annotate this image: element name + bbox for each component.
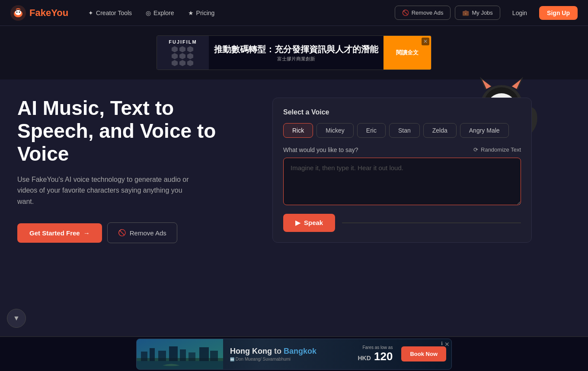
voice-chip-eric[interactable]: Eric — [357, 123, 386, 138]
explore-icon: ◎ — [146, 10, 151, 16]
hero-buttons: Get Started Free → 🚫 Remove Ads — [17, 222, 242, 243]
nav-explore[interactable]: ◎ Explore — [140, 6, 180, 20]
svg-rect-31 — [141, 352, 147, 361]
voice-chip-mickey[interactable]: Mickey — [316, 123, 354, 138]
hero-section: AI Music, Text to Speech, and Voice to V… — [0, 79, 588, 260]
site-logo[interactable]: FakeYou — [10, 5, 68, 21]
svg-point-4 — [19, 11, 20, 13]
voice-widget: Select a Voice RickMickeyEricStanZeldaAn… — [272, 98, 532, 243]
voice-chip-rick[interactable]: Rick — [283, 123, 313, 138]
ad-bottom-right: Fares as low as HKD 120 — [349, 345, 401, 363]
ad-fuji-text: 推動數碼轉型：充分發揮資訊與人才的潛能 富士膠片商業創新 — [209, 36, 383, 70]
speak-textarea[interactable] — [283, 158, 521, 205]
hero-remove-ads-button[interactable]: 🚫 Remove Ads — [107, 222, 177, 243]
svg-rect-33 — [158, 351, 166, 361]
ad-bottom-title: Hong Kong to Bangkok — [230, 347, 342, 356]
ad-bottom-image — [137, 339, 223, 369]
svg-rect-37 — [199, 347, 209, 361]
navbar: FakeYou ✦ Creator Tools ◎ Explore ★ Pric… — [0, 0, 588, 26]
get-started-button[interactable]: Get Started Free → — [17, 223, 102, 243]
svg-rect-34 — [169, 346, 178, 361]
randomize-button[interactable]: ⟳ Randomize Text — [473, 146, 521, 153]
ad-bottom-close-button[interactable]: ✕ — [444, 341, 450, 348]
to-city: Bangkok — [284, 347, 316, 355]
scroll-down-button[interactable]: ▼ — [7, 309, 26, 328]
ad-top-close-button[interactable]: ✕ — [422, 38, 429, 45]
pricing-icon: ★ — [188, 10, 194, 16]
voice-chip-angry-male[interactable]: Angry Male — [460, 123, 509, 138]
what-label-row: What would you like to say? ⟳ Randomize … — [283, 146, 521, 153]
svg-rect-38 — [210, 351, 218, 361]
svg-point-2 — [15, 10, 21, 15]
logo-text: FakeYou — [29, 7, 68, 19]
svg-rect-30 — [137, 361, 223, 369]
audio-progress-bar — [342, 222, 521, 223]
ad-bottom-cta-button[interactable]: Book Now — [401, 346, 446, 361]
ad-bottom-info-button[interactable]: ℹ — [441, 341, 443, 346]
nav-pricing[interactable]: ★ Pricing — [182, 6, 221, 20]
arrow-right-icon: → — [83, 229, 90, 237]
text-area-wrapper — [283, 158, 521, 207]
nav-links: ✦ Creator Tools ◎ Explore ★ Pricing — [82, 6, 395, 20]
fare-label: Fares as low as — [358, 345, 393, 350]
play-icon: ▶ — [295, 219, 300, 227]
svg-rect-32 — [150, 348, 155, 361]
ad-banner-top: FUJIFILM 推動數碼轉型：充分發揮資訊與人才的潛能 富士膠片商業創新 閱讀… — [157, 35, 431, 70]
hero-description: Use FakeYou's AI voice technology to gen… — [17, 174, 199, 207]
logo-icon — [10, 5, 26, 21]
what-label: What would you like to say? — [283, 146, 358, 153]
ad-banner-bottom: Hong Kong to Bangkok 🆕 Don Mueang/ Suvar… — [0, 336, 588, 371]
login-button[interactable]: Login — [505, 6, 535, 20]
nav-my-jobs-button[interactable]: 💼 My Jobs — [455, 6, 500, 20]
my-jobs-icon: 💼 — [462, 10, 469, 16]
voice-chip-stan[interactable]: Stan — [389, 123, 420, 138]
voice-chip-zelda[interactable]: Zelda — [423, 123, 457, 138]
price-display: HKD 120 — [358, 350, 393, 363]
svg-point-3 — [16, 11, 18, 13]
from-city: Hong Kong — [230, 347, 272, 355]
chevron-down-icon: ▼ — [13, 314, 20, 322]
ad-bottom-text: Hong Kong to Bangkok 🆕 Don Mueang/ Suvar… — [223, 347, 349, 361]
nav-remove-ads-button[interactable]: 🚫 Remove Ads — [395, 6, 451, 20]
voice-chips: RickMickeyEricStanZeldaAngry Male — [283, 123, 521, 138]
svg-rect-35 — [180, 349, 186, 361]
widget-bottom: ▶ Speak — [283, 214, 521, 232]
svg-rect-36 — [189, 352, 195, 361]
remove-ads-icon-hero: 🚫 — [118, 229, 126, 237]
ad-fuji-logo: FUJIFILM — [157, 36, 209, 70]
nav-actions: 🚫 Remove Ads 💼 My Jobs Login Sign Up — [395, 6, 578, 20]
hero-left: AI Music, Text to Speech, and Voice to V… — [17, 97, 242, 243]
nav-creator-tools[interactable]: ✦ Creator Tools — [82, 6, 138, 20]
widget-title: Select a Voice — [283, 108, 521, 116]
ad-bottom-inner: Hong Kong to Bangkok 🆕 Don Mueang/ Suvar… — [136, 339, 452, 370]
creator-tools-icon: ✦ — [88, 10, 93, 16]
hero-title: AI Music, Text to Speech, and Voice to V… — [17, 97, 242, 165]
hero-right: Select a Voice RickMickeyEricStanZeldaAn… — [242, 98, 562, 243]
speak-button[interactable]: ▶ Speak — [283, 214, 335, 232]
remove-ads-icon: 🚫 — [402, 10, 409, 16]
randomize-icon: ⟳ — [473, 146, 478, 153]
ad-bottom-sub: 🆕 Don Mueang/ Suvarnabhumi — [230, 357, 342, 361]
signup-button[interactable]: Sign Up — [539, 6, 578, 20]
